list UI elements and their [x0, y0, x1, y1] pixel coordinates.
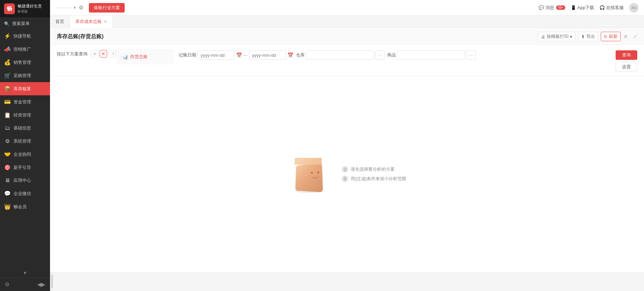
sidebar-item-label: 经营管理	[14, 112, 31, 118]
export-label: 导出	[586, 33, 595, 40]
hint-1-text: 请先选择要分析的方案	[351, 166, 395, 172]
date-label: 记账日期	[179, 52, 196, 58]
collab-icon: 🤝	[4, 151, 11, 157]
calendar-from-icon[interactable]: 📅	[236, 52, 242, 58]
sidebar-item-inventory[interactable]: 📦 库存核算	[0, 82, 50, 95]
sidebar-item-finance[interactable]: 💳 资金管理	[0, 95, 50, 108]
finance-icon: 💳	[4, 99, 11, 105]
topbar-right: 💬 消息 99+ 📱 App下载 🎧 在线客服 Rit	[539, 3, 639, 13]
message-badge: 99+	[556, 5, 565, 10]
date-to-input[interactable]	[249, 50, 286, 60]
sidebar-item-system[interactable]: ⚙ 系统管理	[0, 135, 50, 148]
export-icon: ⬆	[581, 34, 585, 39]
print-icon: 🖨	[541, 34, 545, 39]
hint-num-2: 2	[342, 176, 348, 182]
user-menu[interactable]: Rit	[629, 3, 639, 13]
refresh-btn[interactable]: ↻ 刷新	[601, 32, 621, 41]
app-center-icon: 🖥	[4, 177, 11, 184]
sidebar-item-label: 系统管理	[14, 138, 31, 144]
collapse-toggle-icon[interactable]: ◀▶	[37, 281, 45, 288]
filter-collapse-btn[interactable]: 《	[108, 50, 116, 57]
scheme-item-inventory[interactable]: 📊 存货总账	[120, 52, 169, 62]
search-button[interactable]: 查询	[616, 50, 637, 60]
tabbar: 首页 库存成本总账 ✕	[50, 16, 644, 28]
operations-icon: 📋	[4, 112, 11, 118]
box-body	[295, 163, 323, 192]
service-icon: 🎧	[599, 5, 605, 10]
online-service-btn[interactable]: 🎧 在线客服	[599, 5, 624, 11]
sidebar-item-sales[interactable]: 💰 销售管理	[0, 56, 50, 69]
marketing-icon: 📣	[4, 46, 11, 52]
panel-expand-icon[interactable]: ⤢	[633, 34, 637, 39]
goods-field-group: 商品 ···	[387, 50, 476, 60]
breadcrumb-chevron[interactable]: ▾	[74, 5, 76, 10]
message-icon: 💬	[539, 5, 544, 10]
gear-icon[interactable]: ⚙	[79, 4, 83, 11]
industry-btn[interactable]: 体验行业方案	[89, 3, 125, 13]
empty-state: 1 请先选择要分析的方案 2 用[过滤]条件来缩小分析范围	[50, 76, 644, 272]
hint-num-1: 1	[342, 166, 348, 172]
sidebar-item-label: 采购管理	[14, 73, 31, 79]
sales-icon: 💰	[4, 59, 11, 66]
sidebar-item-member[interactable]: 👑 畅会员	[0, 200, 50, 213]
app-logo-icon: 畅	[4, 3, 15, 14]
sidebar-item-label: 基础信息	[14, 125, 31, 131]
tab-inventory-label: 库存成本总账	[75, 19, 102, 25]
sidebar-item-label: 营销推广	[14, 46, 31, 52]
print-template-btn[interactable]: 🖨 按模板打印 ▾	[538, 32, 575, 41]
warehouse-input[interactable]	[306, 50, 374, 60]
print-label: 按模板打印	[547, 33, 569, 40]
settings-icon[interactable]: ⚙	[5, 281, 9, 288]
tab-close-icon[interactable]: ✕	[104, 19, 107, 24]
app-download-label: App下载	[577, 5, 594, 11]
calendar-to-icon[interactable]: 📅	[288, 52, 293, 58]
right-panel-handle[interactable]	[51, 275, 53, 288]
sidebar-item-basic-info[interactable]: 🗂 基础信息	[0, 122, 50, 135]
hint-2-text: 用[过滤]条件来缩小分析范围	[351, 176, 406, 182]
goods-more-btn[interactable]: ···	[466, 50, 476, 60]
sidebar-item-purchase[interactable]: 🛒 采购管理	[0, 69, 50, 82]
box-top	[295, 158, 322, 165]
app-icon: 📱	[571, 5, 576, 10]
empty-illustration	[288, 154, 328, 194]
sidebar-scroll-down[interactable]: ▼	[0, 268, 50, 277]
search-fields: 记账日期 📅 — 📅 仓库 ··· 商品 ···	[173, 49, 612, 61]
inventory-icon: 📦	[4, 86, 11, 92]
scheme-list: 📊 存货总账	[116, 49, 173, 65]
box-eyes	[311, 171, 319, 173]
sidebar-item-operations[interactable]: 📋 经营管理	[0, 108, 50, 122]
quick-nav-icon: ⚡	[4, 33, 11, 39]
date-from-input[interactable]	[198, 50, 235, 60]
tab-inventory-ledger[interactable]: 库存成本总账 ✕	[70, 16, 113, 28]
sidebar-item-wechat[interactable]: 💬 企业微信	[0, 187, 50, 200]
tab-home[interactable]: 首页	[50, 16, 70, 28]
export-btn[interactable]: ⬆ 导出	[578, 32, 598, 41]
sidebar-item-label: 企业微信	[14, 191, 31, 197]
sidebar-item-collab[interactable]: 🤝 企业协同	[0, 148, 50, 161]
wechat-icon: 💬	[4, 190, 11, 197]
message-btn[interactable]: 💬 消息 99+	[539, 5, 565, 11]
warehouse-more-btn[interactable]: ···	[375, 50, 385, 60]
panel-close-btn[interactable]: ✕	[623, 33, 628, 40]
sidebar-item-newbie[interactable]: 🎯 新手引导	[0, 161, 50, 174]
print-chevron-icon: ▾	[570, 34, 572, 39]
sidebar-search[interactable]: 🔍 搜索菜单	[0, 18, 50, 29]
setting-button[interactable]: 设置	[616, 62, 637, 71]
sidebar-item-label: 库存核算	[14, 86, 31, 92]
filter-del-btn[interactable]: ✕	[100, 50, 107, 57]
sidebar-nav: ⚡ 快捷导航 📣 营销推广 💰 销售管理 🛒 采购管理 📦 库存核算 💳 资金管…	[0, 29, 50, 268]
sidebar-item-app-center[interactable]: 🖥 应用中心	[0, 174, 50, 187]
sidebar-footer: ⚙ ◀▶	[0, 277, 50, 291]
sidebar-item-label: 快捷导航	[14, 33, 31, 39]
sidebar-item-quick-nav[interactable]: ⚡ 快捷导航	[0, 29, 50, 43]
sidebar-item-label: 销售管理	[14, 59, 31, 66]
app-download-btn[interactable]: 📱 App下载	[571, 5, 594, 11]
goods-input[interactable]	[397, 50, 465, 60]
newbie-icon: 🎯	[4, 164, 11, 171]
sidebar-item-label: 应用中心	[14, 177, 31, 184]
scheme-item-icon: 📊	[123, 54, 128, 59]
filter-add-btn[interactable]: +	[91, 50, 98, 57]
sidebar-item-marketing[interactable]: 📣 营销推广	[0, 43, 50, 56]
empty-hints: 1 请先选择要分析的方案 2 用[过滤]条件来缩小分析范围	[342, 166, 406, 182]
filter-label: 按以下方案查询	[57, 49, 88, 57]
